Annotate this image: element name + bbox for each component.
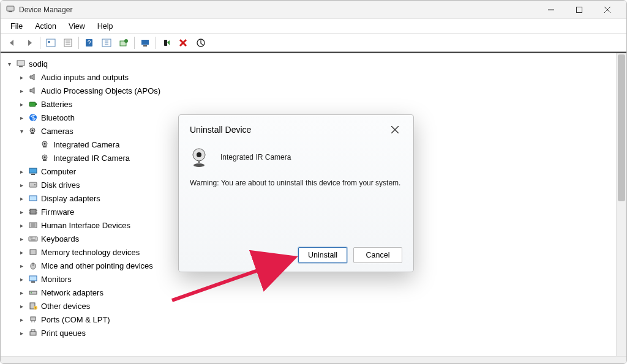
chevron-right-icon[interactable]: ▸	[18, 316, 25, 323]
svg-rect-17	[141, 40, 149, 45]
update-driver-button[interactable]	[116, 35, 132, 50]
network-icon	[28, 288, 39, 297]
camera-icon	[40, 153, 51, 163]
svg-rect-49	[31, 281, 35, 283]
forward-button[interactable]	[21, 35, 37, 50]
svg-point-35	[44, 157, 46, 158]
chevron-right-icon[interactable]: ▸	[18, 73, 25, 81]
svg-point-40	[34, 184, 36, 185]
svg-rect-26	[36, 103, 37, 105]
window-title: Device Manager	[19, 6, 72, 14]
scan-hardware-button[interactable]	[193, 35, 209, 50]
svg-rect-7	[48, 41, 50, 43]
tree-item-print-queues[interactable]: ▸Print queues	[18, 326, 614, 340]
app-icon	[6, 4, 15, 15]
toolbar-separator	[40, 37, 40, 49]
bluetooth-icon	[28, 113, 39, 122]
chevron-right-icon[interactable]: ▸	[18, 235, 25, 242]
chevron-right-icon[interactable]: ▸	[18, 87, 25, 94]
svg-point-51	[31, 292, 32, 294]
tree-item-network[interactable]: ▸Network adapters	[18, 286, 614, 299]
svg-text:?: ?	[88, 40, 91, 46]
menu-file[interactable]: File	[4, 21, 29, 32]
tree-item-apo[interactable]: ▸Audio Processing Objects (APOs)	[18, 84, 614, 97]
camera-icon	[40, 139, 51, 149]
chevron-right-icon[interactable]: ▸	[18, 100, 25, 108]
help-button[interactable]: ?	[81, 35, 97, 50]
toolbar-separator	[78, 37, 79, 49]
dialog-header: Uninstall Device	[190, 122, 402, 143]
tree-item-label: Batteries	[41, 100, 72, 109]
scan-button[interactable]	[99, 35, 115, 50]
show-hidden-button[interactable]	[43, 35, 59, 50]
tree-item-ports[interactable]: ▸Ports (COM & LPT)	[18, 313, 614, 326]
tree-item-label: Cameras	[41, 127, 73, 136]
scrollbar-thumb[interactable]	[618, 54, 625, 201]
chevron-right-icon[interactable]: ▸	[18, 221, 25, 229]
dialog-close-button[interactable]	[388, 122, 402, 137]
chevron-right-icon[interactable]: ▸	[18, 114, 25, 121]
tree-item-batteries[interactable]: ▸Batteries	[18, 97, 614, 111]
speaker-icon	[28, 86, 39, 95]
tree-root[interactable]: ▾ sodiq	[6, 57, 614, 70]
chevron-right-icon[interactable]: ▸	[18, 248, 25, 256]
properties-button[interactable]	[60, 35, 76, 50]
cancel-button[interactable]: Cancel	[353, 247, 402, 263]
chevron-right-icon[interactable]: ▸	[18, 302, 25, 310]
svg-rect-56	[30, 332, 36, 335]
chevron-right-icon[interactable]: ▸	[18, 168, 25, 175]
svg-rect-1	[9, 11, 12, 12]
svg-rect-45	[30, 250, 36, 254]
svg-rect-25	[29, 102, 36, 106]
menu-action[interactable]: Action	[29, 21, 62, 32]
tree-item-label: Firmware	[41, 207, 74, 217]
tree-root-label: sodiq	[29, 59, 48, 69]
chevron-right-icon[interactable]: ▸	[18, 195, 25, 202]
menu-view[interactable]: View	[62, 21, 91, 32]
chevron-right-icon[interactable]: ▸	[18, 208, 25, 215]
maximize-button[interactable]	[565, 1, 593, 19]
chevron-right-icon[interactable]: ▸	[18, 289, 25, 296]
title-bar: Device Manager	[1, 1, 626, 19]
back-button[interactable]	[4, 35, 20, 50]
chevron-right-icon[interactable]: ▸	[18, 262, 25, 269]
enable-button[interactable]	[159, 35, 175, 50]
svg-rect-24	[19, 66, 23, 67]
tree-item-label: Computer	[41, 167, 76, 176]
uninstall-button[interactable]	[176, 35, 192, 50]
uninstall-confirm-button[interactable]: Uninstall	[298, 247, 347, 263]
dialog-body: Integrated IR Camera Warning: You are ab…	[190, 143, 402, 247]
chevron-right-icon[interactable]: ▸	[18, 275, 25, 283]
svg-rect-19	[164, 40, 167, 46]
vertical-scrollbar[interactable]	[616, 53, 626, 356]
menu-help[interactable]: Help	[91, 21, 119, 32]
chevron-right-icon[interactable]: ▸	[18, 181, 25, 188]
camera-icon	[28, 126, 39, 136]
computer-icon	[15, 59, 26, 69]
svg-rect-33	[43, 146, 47, 147]
disk-icon	[28, 180, 39, 190]
chevron-right-icon[interactable]: ▸	[18, 329, 25, 336]
horizontal-scrollbar[interactable]	[1, 356, 626, 364]
chevron-down-icon[interactable]: ▾	[6, 60, 13, 67]
svg-rect-42	[30, 209, 36, 214]
svg-rect-3	[577, 7, 582, 12]
tree-item-label: Monitors	[41, 275, 72, 284]
svg-rect-38	[31, 174, 35, 175]
chevron-down-icon[interactable]: ▾	[18, 127, 25, 135]
tree-item-monitors[interactable]: ▸Monitors	[18, 272, 614, 286]
tree-item-other[interactable]: ▸!Other devices	[18, 299, 614, 313]
tree-item-audio-io[interactable]: ▸Audio inputs and outputs	[18, 70, 614, 84]
uninstall-device-dialog: Uninstall Device Integrated IR Camera Wa…	[178, 114, 414, 272]
speaker-icon	[28, 72, 39, 82]
monitor-button[interactable]	[137, 35, 153, 50]
close-button[interactable]	[593, 1, 621, 19]
svg-rect-63	[198, 160, 200, 164]
pc-icon	[28, 166, 39, 176]
svg-rect-37	[29, 168, 37, 173]
menu-bar: File Action View Help	[1, 19, 626, 34]
tree-item-label: Audio inputs and outputs	[41, 73, 129, 82]
minimize-button[interactable]	[537, 1, 565, 19]
memory-icon	[28, 247, 39, 257]
dialog-warning-text: Warning: You are about to uninstall this…	[190, 179, 402, 187]
